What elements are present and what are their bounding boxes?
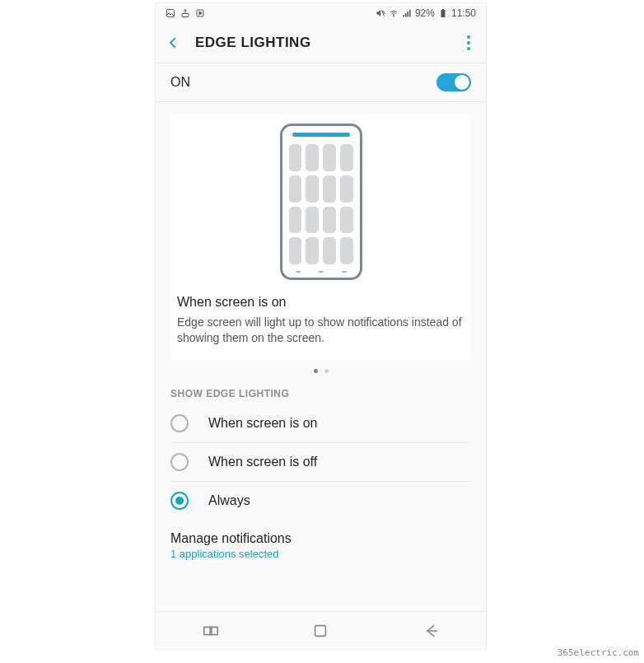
radio-option-always[interactable]: Always xyxy=(170,482,471,520)
phone-screen: 92% 11:50 EDGE LIGHTING ON xyxy=(155,2,487,650)
svg-rect-13 xyxy=(315,625,326,636)
toggle-knob xyxy=(455,75,469,90)
svg-rect-6 xyxy=(405,13,407,17)
battery-percent: 92% xyxy=(415,7,435,19)
illustration-card[interactable]: When screen is on Edge screen will light… xyxy=(170,114,471,361)
svg-rect-9 xyxy=(441,10,445,17)
radio-group: When screen is on When screen is off Alw… xyxy=(156,404,486,520)
content-area: When screen is on Edge screen will light… xyxy=(156,102,486,611)
manage-notifications-row[interactable]: Manage notifications 1 applications sele… xyxy=(156,520,486,568)
manage-subtitle: 1 applications selected xyxy=(170,548,471,560)
watermark: 365electric.com xyxy=(558,647,639,658)
page-title: EDGE LIGHTING xyxy=(195,35,446,51)
radio-label: When screen is on xyxy=(208,416,318,431)
svg-point-4 xyxy=(393,16,394,16)
title-bar: EDGE LIGHTING xyxy=(156,23,486,63)
share-icon xyxy=(180,8,190,18)
svg-rect-0 xyxy=(167,10,175,17)
edge-glow xyxy=(292,133,350,137)
status-bar: 92% 11:50 xyxy=(156,3,486,23)
media-icon xyxy=(195,8,205,18)
svg-rect-8 xyxy=(409,10,411,17)
svg-rect-7 xyxy=(407,12,408,17)
nav-bar xyxy=(156,611,486,649)
overflow-menu-button[interactable] xyxy=(461,35,476,50)
radio-option-screen-on[interactable]: When screen is on xyxy=(170,404,471,443)
svg-rect-10 xyxy=(442,9,444,10)
svg-rect-1 xyxy=(182,14,189,17)
home-button[interactable] xyxy=(311,622,329,640)
illustration-description: Edge screen will light up to show notifi… xyxy=(177,315,464,346)
signal-icon xyxy=(402,8,412,18)
radio-label: When screen is off xyxy=(208,455,317,469)
recent-apps-button[interactable] xyxy=(202,622,220,640)
master-toggle-switch[interactable] xyxy=(436,73,471,91)
battery-icon xyxy=(438,8,448,18)
page-indicator[interactable] xyxy=(156,369,486,373)
image-icon xyxy=(166,8,175,18)
manage-title: Manage notifications xyxy=(170,531,471,546)
pager-dot-2 xyxy=(324,369,329,373)
back-button[interactable] xyxy=(166,35,180,50)
radio-icon xyxy=(170,453,189,471)
clock: 11:50 xyxy=(451,7,476,19)
svg-rect-5 xyxy=(403,15,404,17)
master-toggle-row[interactable]: ON xyxy=(156,63,486,102)
radio-icon xyxy=(170,414,189,432)
back-nav-button[interactable] xyxy=(422,622,440,640)
radio-option-screen-off[interactable]: When screen is off xyxy=(170,443,471,482)
radio-icon xyxy=(170,492,189,510)
wifi-icon xyxy=(389,8,399,18)
illustration-title: When screen is on xyxy=(177,295,287,310)
pager-dot-1 xyxy=(314,369,318,373)
radio-label: Always xyxy=(208,493,250,508)
phone-illustration xyxy=(280,124,362,280)
mute-icon xyxy=(376,8,385,18)
master-toggle-label: ON xyxy=(170,75,190,90)
section-header: SHOW EDGE LIGHTING xyxy=(156,376,486,404)
